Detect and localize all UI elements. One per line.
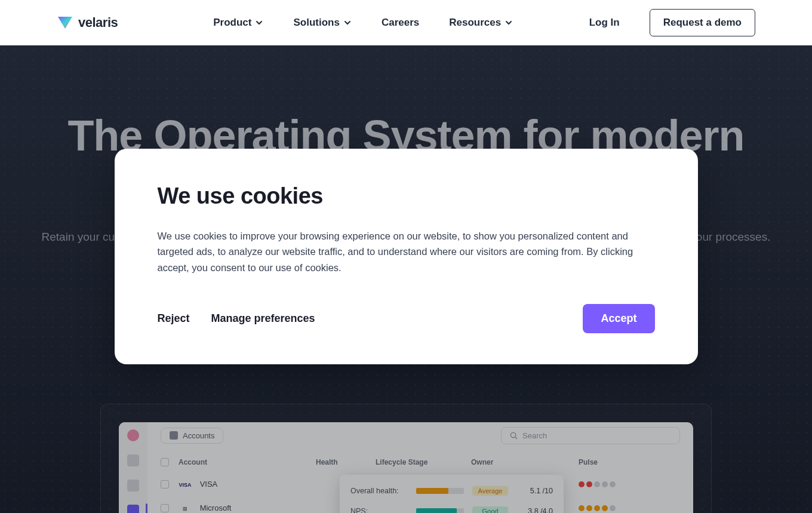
modal-actions: Reject Manage preferences Accept	[158, 304, 655, 333]
modal-title: We use cookies	[158, 183, 655, 209]
cookie-modal-backdrop: We use cookies We use cookies to improve…	[0, 0, 812, 513]
reject-button[interactable]: Reject	[158, 312, 190, 325]
manage-preferences-button[interactable]: Manage preferences	[211, 312, 315, 325]
accept-button[interactable]: Accept	[583, 304, 654, 333]
modal-body-text: We use cookies to improve your browsing …	[158, 228, 655, 275]
cookie-consent-modal: We use cookies We use cookies to improve…	[115, 149, 698, 364]
